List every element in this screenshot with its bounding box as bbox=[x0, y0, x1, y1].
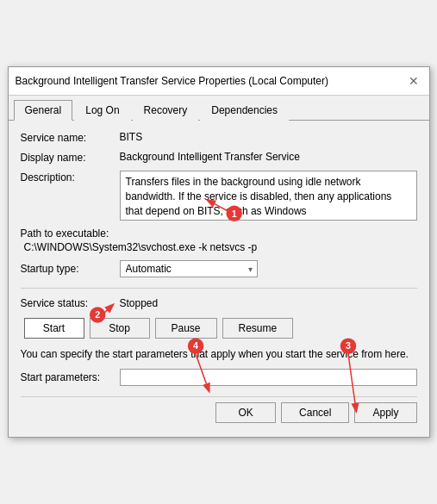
service-status-label: Service status: bbox=[21, 297, 120, 309]
service-control-buttons: Start Stop Pause Resume bbox=[21, 318, 417, 339]
start-params-label: Start parameters: bbox=[21, 371, 120, 383]
bottom-buttons-bar: OK Cancel Apply bbox=[21, 396, 417, 426]
cancel-button[interactable]: Cancel bbox=[281, 402, 349, 423]
service-status-row: Service status: Stopped bbox=[21, 297, 417, 309]
display-name-label: Display name: bbox=[21, 151, 120, 164]
pause-button[interactable]: Pause bbox=[155, 318, 217, 339]
stop-button[interactable]: Stop bbox=[90, 318, 150, 339]
apply-button[interactable]: Apply bbox=[354, 402, 416, 423]
service-name-value: BITS bbox=[120, 131, 417, 143]
service-name-label: Service name: bbox=[21, 131, 120, 144]
tab-logon[interactable]: Log On bbox=[74, 100, 130, 121]
description-value: Transfers files in the background using … bbox=[120, 171, 417, 221]
window-title: Background Intelligent Transfer Service … bbox=[16, 75, 329, 87]
close-button[interactable]: ✕ bbox=[405, 72, 422, 90]
path-section: Path to executable: C:\WINDOWS\System32\… bbox=[21, 227, 417, 253]
description-row: Description: Transfers files in the back… bbox=[21, 171, 417, 221]
divider-1 bbox=[21, 288, 417, 289]
startup-type-row: Startup type: Automatic Automatic (Delay… bbox=[21, 260, 417, 277]
startup-type-select-wrapper: Automatic Automatic (Delayed Start) Manu… bbox=[120, 260, 258, 277]
tab-bar: General Log On Recovery Dependencies bbox=[9, 96, 429, 121]
description-label: Description: bbox=[21, 171, 120, 184]
title-bar: Background Intelligent Transfer Service … bbox=[9, 67, 429, 96]
start-params-input[interactable] bbox=[120, 369, 417, 386]
tab-content: Service name: BITS Display name: Backgro… bbox=[9, 121, 429, 437]
startup-type-label: Startup type: bbox=[21, 263, 120, 275]
ok-button[interactable]: OK bbox=[215, 402, 276, 423]
service-status-value: Stopped bbox=[120, 297, 159, 309]
tab-general[interactable]: General bbox=[14, 100, 73, 121]
startup-type-select[interactable]: Automatic Automatic (Delayed Start) Manu… bbox=[120, 260, 258, 277]
display-name-value: Background Intelligent Transfer Service bbox=[120, 151, 417, 163]
start-params-row: Start parameters: bbox=[21, 369, 417, 386]
params-info-text: You can specify the start parameters tha… bbox=[21, 347, 417, 362]
tab-recovery[interactable]: Recovery bbox=[133, 100, 199, 121]
start-button[interactable]: Start bbox=[24, 318, 84, 339]
display-name-row: Display name: Background Intelligent Tra… bbox=[21, 151, 417, 164]
path-label: Path to executable: bbox=[21, 227, 417, 240]
service-name-row: Service name: BITS bbox=[21, 131, 417, 144]
path-value: C:\WINDOWS\System32\svchost.exe -k netsv… bbox=[21, 241, 417, 253]
tab-dependencies[interactable]: Dependencies bbox=[200, 100, 289, 121]
resume-button[interactable]: Resume bbox=[222, 318, 294, 339]
properties-window: Background Intelligent Transfer Service … bbox=[8, 66, 430, 438]
